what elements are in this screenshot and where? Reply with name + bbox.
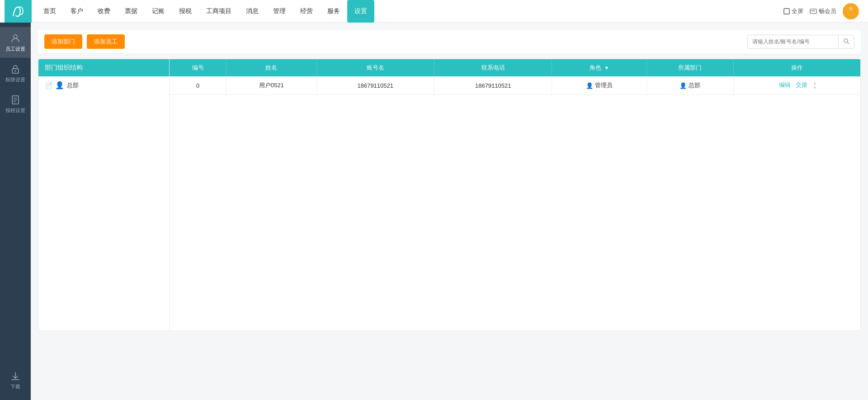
- svg-point-13: [844, 39, 848, 42]
- svg-point-7: [15, 70, 16, 71]
- filter-icon: ▼: [604, 65, 609, 71]
- report-icon: [10, 94, 21, 105]
- search-box: [747, 35, 854, 49]
- nav-tax[interactable]: 报税: [172, 0, 199, 23]
- add-dept-button[interactable]: 添加部门: [44, 34, 82, 49]
- dept-tree-item-general[interactable]: 📄 👤 总部: [38, 76, 169, 94]
- nav-settings[interactable]: 设置: [347, 0, 374, 23]
- search-button[interactable]: [838, 35, 854, 48]
- col-action: 操作: [733, 59, 860, 76]
- sidebar: 员工设置 权限设置 报税设置: [0, 23, 31, 400]
- main-content: 添加部门 添加员工 部门组织结构 📄 👤: [31, 23, 868, 400]
- edit-link[interactable]: 编辑: [779, 81, 791, 88]
- cell-role: 👤 管理员: [552, 76, 646, 95]
- nav-manage[interactable]: 管理: [266, 0, 293, 23]
- dept-user-icon: 👤: [55, 81, 64, 89]
- search-input[interactable]: [748, 36, 838, 47]
- col-dept: 所属部门: [646, 59, 733, 76]
- person-icon: [10, 33, 21, 44]
- nav-business[interactable]: 工商项目: [199, 0, 239, 23]
- nav-customer[interactable]: 客户: [63, 0, 90, 23]
- content-area: 部门组织结构 📄 👤 总部 编号 姓名 账号名 联系电话: [38, 59, 861, 331]
- nav-items: 首页 客户 收费 票据 记账 报税 工商项目 消息 管理 经营 服务 设置: [36, 0, 783, 23]
- sidebar-item-tax-settings[interactable]: 报税设置: [0, 89, 31, 119]
- col-phone: 联系电话: [434, 59, 552, 76]
- svg-point-5: [14, 35, 17, 38]
- nav-message[interactable]: 消息: [239, 0, 266, 23]
- sidebar-bottom: 下载: [0, 365, 31, 395]
- cell-phone: 18679110521: [434, 76, 552, 95]
- handover-link[interactable]: 交接: [796, 81, 807, 88]
- table-row: 0 用户0521 18679110521 18679110521 👤 管理员 👤…: [170, 76, 860, 95]
- svg-point-4: [849, 7, 853, 10]
- sidebar-item-permission[interactable]: 权限设置: [0, 58, 31, 89]
- svg-point-3: [847, 13, 854, 17]
- file-icon: 📄: [45, 82, 52, 89]
- cell-action: 编辑 交接 ▲ ▼: [733, 76, 860, 95]
- employees-table: 编号 姓名 账号名 联系电话 角色 ▼ 所属部门 操作: [170, 59, 860, 95]
- toolbar-left: 添加部门 添加员工: [44, 34, 125, 49]
- col-account: 账号名: [316, 59, 434, 76]
- logo[interactable]: [5, 0, 32, 23]
- fullscreen-btn[interactable]: 全屏: [783, 7, 803, 15]
- employee-table: 编号 姓名 账号名 联系电话 角色 ▼ 所属部门 操作: [170, 59, 860, 330]
- nav-service[interactable]: 服务: [320, 0, 347, 23]
- nav-fee[interactable]: 收费: [90, 0, 118, 23]
- dept-user-icon: 👤: [679, 82, 687, 89]
- vip-btn[interactable]: 畅会员: [810, 7, 836, 15]
- nav-right: 全屏 畅会员: [783, 3, 859, 19]
- layout: 员工设置 权限设置 报税设置: [0, 23, 868, 400]
- dept-tree: 部门组织结构 📄 👤 总部: [38, 59, 170, 330]
- top-nav: 首页 客户 收费 票据 记账 报税 工商项目 消息 管理 经营 服务 设置 全屏…: [0, 0, 868, 23]
- table-header-row: 编号 姓名 账号名 联系电话 角色 ▼ 所属部门 操作: [170, 59, 860, 76]
- nav-operation[interactable]: 经营: [293, 0, 320, 23]
- svg-rect-0: [784, 9, 789, 14]
- dept-label: 总部: [67, 81, 79, 89]
- scroll-up-icon[interactable]: ▲: [813, 81, 817, 85]
- col-role[interactable]: 角色 ▼: [552, 59, 646, 76]
- cell-number: 0: [170, 76, 226, 95]
- scroll-down-icon[interactable]: ▼: [813, 85, 817, 90]
- nav-home[interactable]: 首页: [36, 0, 63, 23]
- nav-accounting[interactable]: 记账: [145, 0, 172, 23]
- download-icon: [10, 371, 21, 381]
- add-employee-button[interactable]: 添加员工: [87, 34, 125, 49]
- toolbar: 添加部门 添加员工: [38, 30, 861, 53]
- lock-icon: [10, 64, 21, 75]
- col-name: 姓名: [226, 59, 316, 76]
- sidebar-item-download[interactable]: 下载: [0, 365, 31, 395]
- svg-line-14: [848, 42, 849, 44]
- cell-dept: 👤 总部: [646, 76, 733, 95]
- nav-bills[interactable]: 票据: [118, 0, 145, 23]
- cell-account: 18679110521: [316, 76, 434, 95]
- sidebar-item-employee[interactable]: 员工设置: [0, 27, 31, 58]
- dept-tree-header: 部门组织结构: [38, 59, 169, 76]
- user-avatar[interactable]: [843, 3, 859, 19]
- role-user-icon: 👤: [586, 82, 593, 89]
- cell-name: 用户0521: [226, 76, 316, 95]
- col-number: 编号: [170, 59, 226, 76]
